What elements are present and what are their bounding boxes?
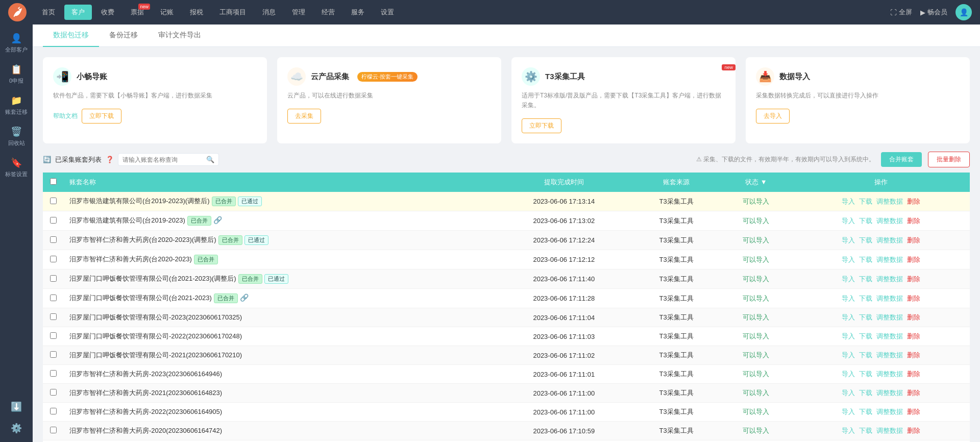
row-checkbox[interactable] — [50, 294, 57, 301]
row-checkbox[interactable] — [50, 217, 57, 224]
sidebar-item-tag-settings[interactable]: 🔖 标签设置 — [2, 153, 31, 182]
download-action[interactable]: 下载 — [859, 370, 872, 378]
adjust-action[interactable]: 调整数据 — [876, 236, 903, 244]
search-input[interactable] — [122, 156, 204, 163]
nav-settings[interactable]: 设置 — [374, 5, 401, 20]
delete-action[interactable]: 删除 — [907, 427, 920, 434]
t3tool-download-button[interactable]: 立即下载 — [522, 118, 561, 133]
import-action[interactable]: 导入 — [842, 370, 855, 378]
delete-action[interactable]: 删除 — [907, 389, 920, 397]
user-avatar[interactable]: 👤 — [955, 4, 972, 20]
import-action[interactable]: 导入 — [842, 408, 855, 415]
dataimport-import-button[interactable]: 去导入 — [756, 109, 790, 124]
import-action[interactable]: 导入 — [842, 198, 855, 205]
select-all-checkbox[interactable] — [50, 178, 57, 185]
delete-action[interactable]: 删除 — [907, 351, 920, 359]
row-checkbox[interactable] — [50, 313, 57, 320]
import-action[interactable]: 导入 — [842, 256, 855, 263]
adjust-action[interactable]: 调整数据 — [876, 389, 903, 397]
row-checkbox[interactable] — [50, 427, 57, 433]
download-action[interactable]: 下载 — [859, 313, 872, 321]
row-checkbox[interactable] — [50, 351, 57, 358]
adjust-action[interactable]: 调整数据 — [876, 427, 903, 434]
nav-home[interactable]: 首页 — [35, 5, 62, 20]
import-action[interactable]: 导入 — [842, 351, 855, 359]
sidebar-item-recycle-bin[interactable]: 🗑️ 回收站 — [2, 122, 31, 151]
delete-action[interactable]: 删除 — [907, 275, 920, 283]
refresh-icon[interactable]: 🔄 — [43, 156, 51, 163]
nav-tax[interactable]: 报税 — [183, 5, 210, 20]
delete-action[interactable]: 删除 — [907, 236, 920, 244]
adjust-action[interactable]: 调整数据 — [876, 370, 903, 378]
import-action[interactable]: 导入 — [842, 332, 855, 340]
download-action[interactable]: 下载 — [859, 198, 872, 205]
search-icon[interactable]: 🔍 — [206, 156, 214, 163]
delete-action[interactable]: 删除 — [907, 408, 920, 415]
delete-action[interactable]: 删除 — [907, 313, 920, 321]
row-checkbox[interactable] — [50, 275, 57, 282]
nav-management[interactable]: 管理 — [285, 5, 312, 20]
import-action[interactable]: 导入 — [842, 236, 855, 244]
import-action[interactable]: 导入 — [842, 427, 855, 434]
row-link-icon[interactable]: 🔗 — [213, 216, 222, 224]
delete-action[interactable]: 删除 — [907, 217, 920, 225]
row-checkbox[interactable] — [50, 389, 57, 396]
nav-bookkeeping[interactable]: 记账 — [153, 5, 181, 20]
help-icon[interactable]: ❓ — [106, 156, 114, 163]
merge-accounts-button[interactable]: 合并账套 — [881, 152, 922, 167]
import-action[interactable]: 导入 — [842, 389, 855, 397]
download-action[interactable]: 下载 — [859, 332, 872, 340]
select-all-header[interactable] — [43, 173, 63, 192]
adjust-action[interactable]: 调整数据 — [876, 275, 903, 283]
tab-audit-export[interactable]: 审计文件导出 — [148, 24, 211, 47]
delete-action[interactable]: 删除 — [907, 198, 920, 205]
nav-operation[interactable]: 经营 — [314, 5, 342, 20]
download-action[interactable]: 下载 — [859, 256, 872, 263]
import-action[interactable]: 导入 — [842, 294, 855, 302]
tab-data-package-migration[interactable]: 数据包迁移 — [43, 24, 99, 47]
adjust-action[interactable]: 调整数据 — [876, 217, 903, 225]
adjust-action[interactable]: 调整数据 — [876, 256, 903, 263]
download-action[interactable]: 下载 — [859, 389, 872, 397]
row-link-icon[interactable]: 🔗 — [240, 293, 249, 302]
adjust-action[interactable]: 调整数据 — [876, 408, 903, 415]
import-action[interactable]: 导入 — [842, 275, 855, 283]
download-action[interactable]: 下载 — [859, 275, 872, 283]
adjust-action[interactable]: 调整数据 — [876, 351, 903, 359]
row-checkbox[interactable] — [50, 332, 57, 339]
adjust-action[interactable]: 调整数据 — [876, 313, 903, 321]
sidebar-item-zero-declaration[interactable]: 📋 0申报 — [2, 60, 31, 89]
delete-action[interactable]: 删除 — [907, 370, 920, 378]
download-action[interactable]: 下载 — [859, 236, 872, 244]
nav-customer[interactable]: 客户 — [64, 5, 92, 20]
import-action[interactable]: 导入 — [842, 217, 855, 225]
adjust-action[interactable]: 调整数据 — [876, 294, 903, 302]
sidebar-download[interactable]: ⬇️ — [2, 397, 31, 416]
nav-business-project[interactable]: 工商项目 — [212, 5, 253, 20]
nav-charge[interactable]: 收费 — [94, 5, 121, 20]
row-checkbox[interactable] — [50, 256, 57, 262]
delete-action[interactable]: 删除 — [907, 332, 920, 340]
nav-message[interactable]: 消息 — [255, 5, 283, 20]
adjust-action[interactable]: 调整数据 — [876, 332, 903, 340]
row-checkbox[interactable] — [50, 198, 57, 204]
sidebar-settings[interactable]: ⚙️ — [2, 419, 31, 438]
yunproduct-collect-button[interactable]: 去采集 — [287, 109, 321, 124]
import-action[interactable]: 导入 — [842, 313, 855, 321]
col-header-status[interactable]: 状态 ▼ — [720, 173, 792, 192]
sidebar-item-all-clients[interactable]: 👤 全部客户 — [2, 29, 31, 58]
xiaochu-download-button[interactable]: 立即下载 — [82, 109, 121, 124]
row-checkbox[interactable] — [50, 408, 57, 414]
fullscreen-button[interactable]: ⛶ 全屏 — [890, 8, 912, 17]
download-action[interactable]: 下载 — [859, 427, 872, 434]
tab-backup-migration[interactable]: 备份迁移 — [99, 24, 148, 47]
download-action[interactable]: 下载 — [859, 351, 872, 359]
delete-action[interactable]: 删除 — [907, 294, 920, 302]
nav-invoice[interactable]: 票据 new — [124, 5, 151, 20]
adjust-action[interactable]: 调整数据 — [876, 198, 903, 205]
member-button[interactable]: ▶ 畅会员 — [920, 8, 947, 17]
delete-action[interactable]: 删除 — [907, 256, 920, 263]
row-checkbox[interactable] — [50, 370, 57, 377]
download-action[interactable]: 下载 — [859, 217, 872, 225]
xiaochu-help-link[interactable]: 帮助文档 — [53, 112, 78, 120]
